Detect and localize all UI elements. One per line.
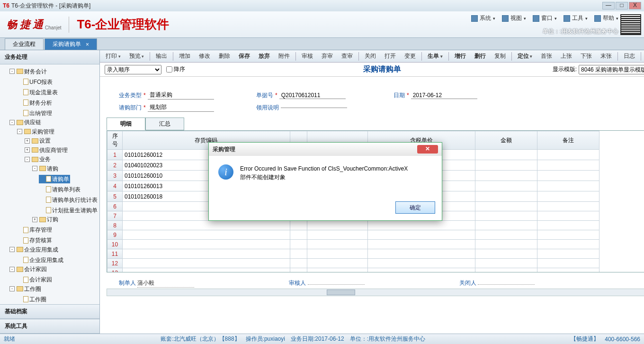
expand-icon[interactable]: + bbox=[25, 138, 30, 144]
toolbar-打印[interactable]: 打印 bbox=[103, 52, 124, 60]
toolbar-日志[interactable]: 日志 bbox=[621, 52, 638, 60]
expand-icon[interactable]: - bbox=[9, 120, 15, 125]
table-row[interactable]: 12 bbox=[107, 259, 599, 268]
toolbar-增加[interactable]: 增加 bbox=[176, 52, 193, 60]
cell-unit[interactable] bbox=[307, 268, 368, 273]
toolbar-定位[interactable]: 定位 bbox=[515, 52, 536, 60]
cell-code[interactable] bbox=[123, 259, 290, 268]
toolbar-放弃[interactable]: 放弃 bbox=[256, 52, 273, 60]
window-max-button[interactable]: □ bbox=[616, 2, 628, 9]
expand-icon[interactable]: - bbox=[25, 157, 30, 162]
tree-node-请购单执行统计表[interactable]: 请购单执行统计表 bbox=[39, 196, 98, 204]
toolbar-末张[interactable]: 末张 bbox=[598, 52, 615, 60]
tree-node-财务会计[interactable]: - 财务会计 bbox=[9, 67, 48, 76]
tab-企业流程[interactable]: 企业流程 bbox=[5, 38, 44, 50]
dialog-ok-button[interactable]: 确定 bbox=[395, 201, 435, 214]
cell-code[interactable] bbox=[123, 268, 290, 273]
doc-no-value[interactable]: Q20170612011 bbox=[279, 92, 346, 99]
toolbar-预览[interactable]: 预览 bbox=[126, 52, 147, 60]
scroll-thumb[interactable] bbox=[327, 290, 355, 295]
sidebar-cat-archives[interactable]: 基础档案 bbox=[0, 304, 99, 319]
tree-node-供应商管理[interactable]: + 供应商管理 bbox=[24, 146, 69, 154]
topmenu-帮助[interactable]: 帮助▾ bbox=[594, 14, 618, 22]
toolbar-变更[interactable]: 变更 bbox=[402, 52, 419, 60]
topmenu-系统[interactable]: 系统▾ bbox=[471, 14, 495, 22]
expand-icon[interactable]: - bbox=[17, 129, 22, 134]
tree-node-会计家园[interactable]: - 会计家园 bbox=[9, 265, 48, 273]
tree-node-存货核算[interactable]: 存货核算 bbox=[16, 236, 53, 244]
toolbar-打开[interactable]: 打开 bbox=[382, 52, 399, 60]
table-row[interactable]: 9 bbox=[107, 230, 599, 240]
horizontal-scrollbar[interactable] bbox=[107, 289, 644, 296]
desc-checkbox[interactable] bbox=[166, 66, 172, 72]
toolbar-审核[interactable]: 审核 bbox=[299, 52, 316, 60]
toolbar-首张[interactable]: 首张 bbox=[538, 52, 555, 60]
tree-node-出纳管理[interactable]: 出纳管理 bbox=[16, 109, 53, 118]
tree-node-业务[interactable]: - 业务 bbox=[24, 155, 52, 163]
window-close-button[interactable]: X bbox=[629, 2, 641, 9]
grid-header[interactable]: 金额 bbox=[475, 131, 537, 150]
tree-node-会计家园[interactable]: 会计家园 bbox=[16, 275, 53, 284]
tab-detail[interactable]: 明细 bbox=[107, 118, 145, 130]
expand-icon[interactable]: - bbox=[9, 69, 15, 74]
tree-node-财务分析[interactable]: 财务分析 bbox=[16, 99, 53, 107]
table-row[interactable]: 8 bbox=[107, 221, 599, 230]
cell-code[interactable] bbox=[123, 221, 290, 230]
toolbar-生单[interactable]: 生单 bbox=[425, 52, 446, 60]
dept-value[interactable]: 规划部 bbox=[148, 103, 214, 112]
window-min-button[interactable]: — bbox=[602, 2, 615, 9]
cell-unit[interactable] bbox=[307, 230, 368, 240]
expand-icon[interactable]: - bbox=[32, 166, 37, 171]
tree-node-订购[interactable]: + 订购 bbox=[31, 215, 59, 224]
sidebar-cat-systools[interactable]: 系统工具 bbox=[0, 319, 99, 334]
tree-node-请购[interactable]: - 请购 bbox=[31, 164, 59, 173]
tree-node-企业应用集成[interactable]: - 企业应用集成 bbox=[9, 245, 59, 254]
cell-code[interactable] bbox=[123, 249, 290, 259]
cell-code[interactable] bbox=[123, 230, 290, 240]
use-value[interactable] bbox=[281, 108, 347, 108]
date-value[interactable]: 2017-06-12 bbox=[411, 92, 477, 99]
toolbar-删行[interactable]: 删行 bbox=[472, 52, 489, 60]
cell-unit[interactable] bbox=[307, 221, 368, 230]
toolbar-修改[interactable]: 修改 bbox=[196, 52, 213, 60]
toolbar-上张[interactable]: 上张 bbox=[558, 52, 575, 60]
toolbar-附件[interactable]: 附件 bbox=[276, 52, 293, 60]
display-template-select[interactable]: 8046 采购请购单显示模版 bbox=[579, 65, 644, 74]
toolbar-下张[interactable]: 下张 bbox=[578, 52, 595, 60]
toolbar-输出[interactable]: 输出 bbox=[153, 52, 170, 60]
toolbar-复制[interactable]: 复制 bbox=[492, 52, 509, 60]
topmenu-视图[interactable]: 视图▾ bbox=[502, 14, 526, 22]
toolbar-删除[interactable]: 删除 bbox=[216, 52, 233, 60]
expand-icon[interactable]: - bbox=[9, 286, 15, 291]
tree-node-企业应用集成[interactable]: 企业应用集成 bbox=[16, 256, 64, 264]
tab-close-icon[interactable]: × bbox=[86, 41, 89, 48]
toolbar-保存[interactable]: 保存 bbox=[236, 52, 253, 60]
table-row[interactable]: 11 bbox=[107, 249, 599, 259]
entry-order-select[interactable]: 录入顺序 bbox=[105, 65, 161, 74]
expand-icon[interactable]: - bbox=[9, 247, 15, 252]
toolbar-查审[interactable]: 查审 bbox=[339, 52, 356, 60]
cell-unit[interactable] bbox=[307, 249, 368, 259]
cell-unit[interactable] bbox=[307, 259, 368, 268]
table-row[interactable]: 13 bbox=[107, 268, 599, 273]
tree-node-采购管理[interactable]: - 采购管理 bbox=[16, 127, 55, 136]
dialog-close-button[interactable]: ✕ bbox=[417, 145, 438, 154]
desc-checkbox-label[interactable]: 降序 bbox=[166, 65, 185, 73]
tree-node-请购单[interactable]: 请购单 bbox=[39, 175, 70, 183]
cell-code[interactable] bbox=[123, 240, 290, 249]
tree-node-工作圈[interactable]: - 工作圈 bbox=[9, 285, 42, 293]
toolbar-弃审[interactable]: 弃审 bbox=[319, 52, 336, 60]
tree-node-计划批量生请购单[interactable]: 计划批量生请购单 bbox=[39, 206, 98, 215]
tab-采购请购单[interactable]: 采购请购单× bbox=[45, 38, 97, 50]
tree-node-UFO报表[interactable]: UFO报表 bbox=[16, 78, 54, 86]
tree-node-设置[interactable]: + 设置 bbox=[24, 136, 52, 145]
tree-node-供应链[interactable]: - 供应链 bbox=[9, 118, 42, 127]
grid-header[interactable]: 序号 bbox=[107, 131, 123, 150]
tree-node-库存管理[interactable]: 库存管理 bbox=[16, 226, 53, 234]
tree-node-现金流量表[interactable]: 现金流量表 bbox=[16, 88, 59, 97]
toolbar-关闭[interactable]: 关闭 bbox=[362, 52, 379, 60]
expand-icon[interactable]: + bbox=[25, 147, 30, 153]
toolbar-增行[interactable]: 增行 bbox=[452, 52, 469, 60]
tab-summary[interactable]: 汇总 bbox=[145, 118, 184, 130]
expand-icon[interactable]: + bbox=[32, 217, 37, 222]
